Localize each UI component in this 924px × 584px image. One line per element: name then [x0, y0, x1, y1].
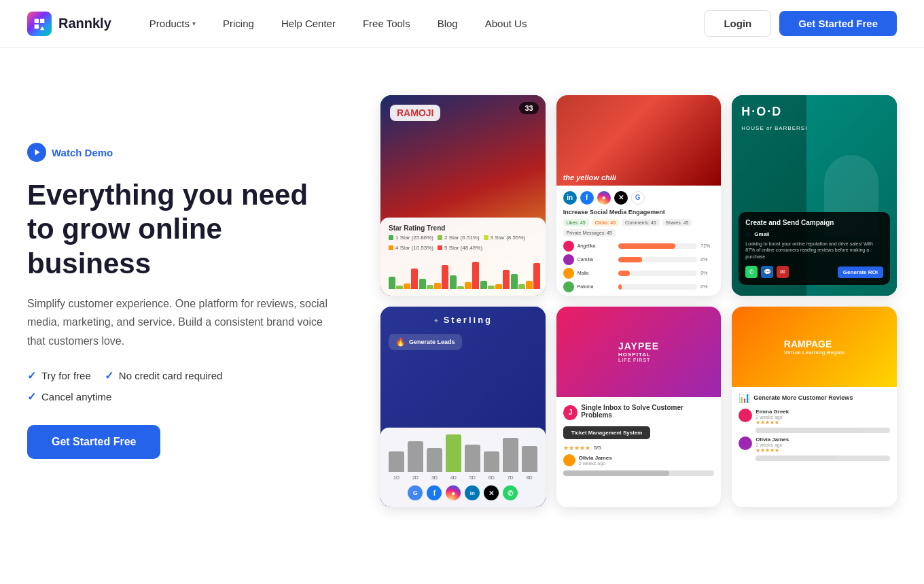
google-icon: G: [631, 191, 645, 205]
card-ramoji-bg: RAMOJI 33 Star Rating Trend 1 Star (25.8…: [380, 95, 546, 296]
review-item-1: Emma Greek 2 weeks ago ★★★★★: [739, 409, 890, 433]
nav-help-center[interactable]: Help Center: [270, 12, 346, 35]
reviewer-2-avatar: [739, 436, 752, 450]
check-row-2: ✓ Cancel anytime: [27, 390, 340, 403]
navbar: Rannkly Products ▾ Pricing Help Center F…: [0, 0, 924, 48]
reviewer-1-info: Emma Greek 2 weeks ago ★★★★★: [756, 409, 890, 433]
hero-checks: ✓ Try for free ✓ No credit card required…: [27, 369, 340, 403]
hero-title: Everything you need to grow online busin…: [27, 178, 340, 281]
brand-name: Rannkly: [58, 16, 111, 31]
nav-blog[interactable]: Blog: [427, 12, 469, 35]
social-icons-row: in f ● ✕ G: [563, 191, 715, 205]
checkmark-icon-3: ✓: [27, 390, 36, 403]
ramoji-chart-overlay: Star Rating Trend 1 Star (25.86%) 2 Star…: [380, 218, 546, 296]
get-started-nav-button[interactable]: Get Started Free: [779, 11, 897, 36]
generate-reviews-badge: 📊 Generate More Customer Reviews: [739, 392, 890, 403]
card-rampage: RAMPAGE Virtual Learning Begins 📊 Genera…: [732, 307, 897, 507]
nav-links: Products ▾ Pricing Help Center Free Tool…: [139, 12, 538, 35]
inbox-title: Single Inbox to Solve Customer Problems: [581, 404, 714, 419]
x-icon: ✕: [614, 191, 628, 205]
leads-x-labels: 1D2D3D4D5D6D7D8D: [389, 475, 537, 480]
metrics-row: Likes: 45 Clicks: 46 Comments: 45 Shares…: [563, 219, 715, 237]
card-hod-bg: H·O·DHOUSE of BARBERSHOP Create and Send…: [732, 95, 897, 296]
facebook-social-icon: f: [427, 485, 442, 500]
review-item-2: Olivia James 2 weeks ago ★★★★★: [739, 436, 890, 461]
hero-section: Watch Demo Everything you need to grow o…: [0, 48, 924, 578]
instagram-social-icon: ●: [446, 485, 461, 500]
checkmark-icon-2: ✓: [105, 369, 113, 382]
social-row-bottom: G f ● in ✕ ✆: [389, 480, 537, 500]
sterling-logo: ✦Sterling: [433, 315, 493, 325]
checkmark-icon: ✓: [27, 369, 36, 382]
ramoji-mini-chart: [389, 255, 537, 289]
fire-icon: 🔥: [395, 337, 406, 347]
ticket-progress-bar: [563, 470, 715, 476]
card-yellow-chili-content: in f ● ✕ G Increase Social Media Engagem…: [556, 186, 722, 296]
bar-chart-icon: 📊: [739, 392, 750, 403]
review-score: 5/5: [594, 445, 601, 451]
logo[interactable]: Rannkly: [27, 12, 111, 36]
gmail-icon: ✉: [745, 230, 751, 238]
ticket-review-row: ★★★★★ 5/5: [563, 445, 715, 451]
check-no-card: ✓ No credit card required: [105, 369, 223, 382]
x-social-icon: ✕: [484, 485, 499, 500]
sms-channel-icon: 💬: [761, 266, 773, 278]
card-hod: H·O·DHOUSE of BARBERSHOP Create and Send…: [732, 95, 897, 296]
leads-chart-area: 1D2D3D4D5D6D7D8D G f ● in ✕ ✆: [380, 428, 546, 507]
card-ramoji: RAMOJI 33 Star Rating Trend 1 Star (25.8…: [380, 95, 546, 296]
get-started-hero-button[interactable]: Get Started Free: [27, 425, 160, 459]
rampage-logo: RAMPAGE Virtual Learning Begins: [784, 339, 845, 356]
card-yellow-chili-bg: the yellow chili: [556, 95, 722, 186]
review-stars: ★★★★★: [563, 445, 590, 451]
whatsapp-social-icon: ✆: [503, 485, 518, 500]
reviewer-1-avatar: [739, 409, 752, 422]
generate-leads-badge: 🔥 Generate Leads: [389, 334, 462, 350]
svg-marker-0: [35, 150, 40, 156]
navbar-left: Rannkly Products ▾ Pricing Help Center F…: [27, 12, 537, 36]
nav-products[interactable]: Products ▾: [139, 12, 207, 35]
login-button[interactable]: Login: [704, 10, 771, 37]
watch-demo-link[interactable]: Watch Demo: [27, 143, 340, 162]
chevron-down-icon: ▾: [192, 20, 196, 27]
reviewer-2-stars: ★★★★★: [756, 447, 890, 453]
navbar-right: Login Get Started Free: [704, 10, 897, 37]
nav-about-us[interactable]: About Us: [474, 12, 538, 35]
reviewer-row: Olivia James 2 weeks ago: [563, 454, 715, 466]
gmail-row: ✉ Gmail: [745, 230, 883, 238]
reviewer-2-name: Olivia James: [756, 436, 890, 443]
whatsapp-channel-icon: ✆: [745, 266, 758, 278]
ramoji-chart-legend: 1 Star (25.86%) 2 Star (6.51%) 3 Star (8…: [389, 235, 537, 251]
reviewer-1-time: 2 weeks ago: [756, 415, 890, 419]
card-sterling-bg: ✦Sterling 🔥 Generate Leads: [380, 307, 546, 507]
linkedin-social-icon: in: [465, 485, 480, 500]
card-jaypee-bg: JAYPEE HOSPITAL LIFE FIRST: [556, 307, 722, 397]
channel-icons: ✆ 💬 ✉ Generate ROI: [745, 266, 883, 278]
check-try-free: ✓ Try for free: [27, 369, 91, 382]
hero-description: Simplify customer experience. One platfo…: [27, 294, 340, 350]
hero-cards-grid: RAMOJI 33 Star Rating Trend 1 Star (25.8…: [380, 88, 897, 507]
leads-bars: [389, 434, 537, 472]
logo-icon: [27, 12, 52, 36]
facebook-icon: f: [580, 191, 594, 205]
card-rampage-bg: RAMPAGE Virtual Learning Begins: [732, 307, 897, 387]
reviewer-1-name: Emma Greek: [756, 409, 890, 415]
hero-left: Watch Demo Everything you need to grow o…: [27, 88, 340, 459]
ticket-content: J Single Inbox to Solve Customer Problem…: [556, 397, 722, 483]
check-cancel: ✓ Cancel anytime: [27, 390, 111, 403]
reviewer-avatar: [563, 454, 575, 466]
reviewer-time: 2 weeks ago: [579, 461, 612, 466]
nav-free-tools[interactable]: Free Tools: [352, 12, 421, 35]
google-social-icon: G: [408, 485, 423, 500]
jaypee-logo: JAYPEE HOSPITAL LIFE FIRST: [618, 341, 659, 362]
card-jaypee: JAYPEE HOSPITAL LIFE FIRST J Single Inbo…: [556, 307, 722, 507]
nav-pricing[interactable]: Pricing: [212, 12, 265, 35]
reviewer-2-info: Olivia James 2 weeks ago ★★★★★: [756, 436, 890, 461]
ticket-avatar: J: [563, 405, 578, 420]
ramoji-logo: RAMOJI: [390, 105, 440, 121]
campaign-title: Create and Send Campaign: [745, 219, 883, 226]
play-icon: [27, 143, 46, 162]
ramoji-badge: 33: [519, 102, 538, 114]
mail-channel-icon: ✉: [777, 266, 789, 278]
reviews-content: 📊 Generate More Customer Reviews Emma Gr…: [732, 387, 897, 470]
engagement-bars: Angelika72% Camilla0% Malia0% Paloma0%: [563, 241, 715, 292]
